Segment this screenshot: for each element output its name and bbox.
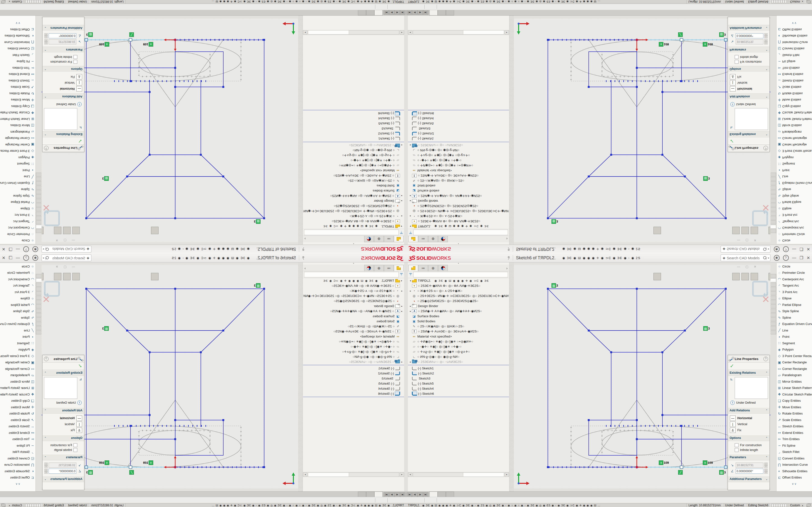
flyout-tool-item[interactable]: ▱ Parallelogram [0, 372, 36, 379]
cancel-sketch-corner-icon[interactable]: ✕ [42, 202, 50, 213]
flyout-tool-item[interactable]: ◜ Tangent Arc [0, 282, 36, 289]
scroll-thumb[interactable] [413, 473, 463, 476]
chevron-up-icon[interactable]: ⌃ [44, 456, 46, 459]
tab-first-button[interactable]: |◀ [406, 10, 412, 15]
relation-button-icon[interactable]: ❘ [730, 80, 735, 86]
tree-row[interactable]: ◑ ○ 2S◉◎2SИ3Є2S○ ◎○ 2S3ЄИ2S◎◉2S○ [303, 298, 404, 303]
relation-badge-slash[interactable]: ╱ [129, 470, 134, 475]
tab-first-button[interactable]: |◀ [400, 492, 406, 497]
flyout-tool-item[interactable]: ◐ Silhouette Entities [776, 33, 812, 39]
flyout-tool-item[interactable]: ╱ Line [776, 327, 812, 334]
search-icon[interactable] [763, 247, 767, 251]
tab-property-manager[interactable]: ≔ [384, 236, 394, 242]
bottom-toolbar-icon[interactable] [375, 5, 375, 9]
relation-badge-3[interactable]: ▨3 [703, 326, 710, 331]
checkbox[interactable] [73, 60, 77, 64]
relation-badge-equal[interactable]: ≡109 [659, 460, 669, 465]
commandmanager-tab[interactable] [770, 199, 776, 203]
flyout-tool-item[interactable]: ◞ Sketch Fillet [0, 449, 36, 455]
flyout-tool-item[interactable]: ◠ Partial Ellipse [0, 301, 36, 308]
flyout-tool-item[interactable]: ◱ Convert Entities [0, 46, 36, 52]
tree-pane-splitter[interactable] [408, 142, 509, 142]
tree-row[interactable]: ▣ Solid Bodies [303, 319, 404, 324]
chevron-up-icon[interactable]: ⌃ [44, 95, 46, 98]
tree-pane-splitter[interactable] [408, 365, 509, 365]
commandmanager-tab[interactable] [36, 190, 42, 194]
menu-item[interactable] [463, 248, 469, 250]
tree-row[interactable]: ▸ ○ 2S3ЄИА∪◦○ ◎○ ◦∪АИ3Є2S○ [303, 143, 404, 148]
expand-arrow[interactable]: ▸ [409, 290, 412, 292]
relations-listbox[interactable] [735, 377, 768, 399]
chevron-up-icon[interactable]: ⌃ [766, 456, 768, 459]
flyout-tool-item[interactable]: ∿ Style Spline [0, 308, 36, 315]
search-icon[interactable] [763, 256, 767, 260]
sketch-row[interactable]: (-) Sketch1 [408, 366, 509, 371]
sketch-row[interactable]: (-) Sketch1 [303, 136, 404, 141]
commandmanager-tab[interactable] [770, 177, 776, 181]
relation-button-icon[interactable]: — [77, 86, 82, 92]
relation-badge-equal[interactable]: ≡109 [99, 42, 109, 47]
tree-row[interactable]: ▱ ○ ✛И◉◎+○ ✳◉[○ ◎○]◉✳ ○+◎◉И✛○ [303, 163, 404, 168]
tab-prev-button[interactable]: ◀ [412, 10, 417, 15]
minimize-button[interactable]: — [792, 247, 796, 251]
commandmanager-tab[interactable] [770, 313, 776, 317]
pin-icon[interactable] [507, 256, 510, 260]
flyout-tool-item[interactable]: ↔ Stretch Entities [0, 77, 36, 84]
tree-row[interactable]: ▸ A ○ 2SИ◉◦✛ А✛◉ИА○ ◎○ АИ◉✛А✛◦◉И2S○ [303, 193, 404, 199]
status-custom-selector[interactable]: Custom▴ [7, 503, 24, 507]
tab-feature-tree[interactable] [408, 236, 418, 242]
flyout-tool-item[interactable]: ↗ Scale Entities [0, 417, 36, 423]
close-button[interactable]: ✕ [807, 256, 810, 261]
menu-item[interactable] [307, 257, 313, 259]
section-existing-relations[interactable]: Existing Relations⌃ [728, 370, 769, 376]
commandmanager-tab[interactable] [36, 225, 42, 229]
commandmanager-tab[interactable] [36, 186, 42, 189]
search-input[interactable] [726, 256, 763, 260]
flyout-tool-item[interactable]: ◠ Partial Ellipse [0, 199, 36, 206]
tree-row[interactable]: ▸ ○ 2S3ЄИА∪◦○ ◎○ ◦∪АИ3Є2S○ [303, 359, 404, 364]
tab-configurations[interactable]: ⊕ [428, 265, 438, 271]
tree-row[interactable]: ▱ ○ ✛И◉◎+○ ✳◉[○ ◎○]◉✳ ○+◎◉И✛○ [408, 163, 509, 168]
menu-item[interactable] [329, 257, 335, 259]
commandmanager-tab[interactable] [770, 291, 776, 295]
commandmanager-tab[interactable] [770, 229, 776, 233]
tree-pane-splitter[interactable] [303, 110, 404, 110]
relation-badge-3[interactable]: ▨3 [719, 32, 726, 37]
sketch-row[interactable]: (-) Sketch6 [408, 391, 509, 396]
commandmanager-tab[interactable] [770, 190, 776, 194]
chevron-down-icon[interactable]: ⌄ [766, 477, 768, 481]
commandmanager-tab[interactable] [36, 203, 42, 207]
expand-arrow[interactable]: ▸ [409, 305, 412, 307]
pin-icon[interactable] [507, 247, 510, 251]
search-dropdown-caret[interactable]: ▾ [767, 248, 769, 250]
flyout-tool-item[interactable]: ◞ Sketch Fillet [776, 52, 812, 58]
section-add-relations[interactable]: Add Relations⌃ [43, 407, 84, 413]
commandmanager-tab[interactable] [770, 318, 776, 321]
flyout-tool-item[interactable]: ○ Circle [776, 263, 812, 270]
flyout-tool-item[interactable]: ⊏ Offset Entities [776, 474, 812, 481]
flyout-tool-item[interactable]: ⋂ Intersection Curve [0, 39, 36, 46]
flyout-tool-item[interactable]: ◌ Perimeter Circle [0, 270, 36, 276]
angle-spinner[interactable]: ▲▼ [764, 33, 767, 38]
tree-horizontal-scrollbar[interactable]: ◂ ▸ [303, 472, 404, 477]
tree-row[interactable]: ▱ ○ ✛И◉◎+○ ✳◉[○ ◎○]◉✳ ○+◎◉И✛○ [303, 339, 404, 344]
flyout-tool-item[interactable]: ○ Ellipse [776, 295, 812, 302]
tree-row[interactable]: ◪ Surface Bodies [303, 314, 404, 319]
menu-item[interactable] [343, 248, 349, 250]
model-tab[interactable] [438, 10, 446, 15]
checkbox[interactable] [735, 55, 739, 59]
tree-row[interactable]: ▸ Design Binder [303, 199, 404, 204]
relation-button-icon[interactable]: ⚓ [730, 428, 735, 433]
chevron-down-icon[interactable]: ⌄ [44, 477, 46, 481]
flyout-tool-item[interactable]: ▭ Corner Rectangle [776, 365, 812, 372]
flyout-tool-item[interactable]: ◠ Centerpoint Arc [776, 225, 812, 231]
sketch-row[interactable]: (-) Sketch5 [303, 381, 404, 386]
relation-badge-equal[interactable]: ≡109 [143, 42, 153, 47]
flyout-tool-item[interactable]: ∿ Style Spline [0, 193, 36, 199]
minimize-button[interactable]: — [16, 256, 20, 260]
tree-row[interactable]: ★ ○ 2S3Є✛◦◉ИΛА Ф○ ◎○ ФА ΛИ◉◦✛3Є2S○ [408, 283, 509, 288]
menu-item[interactable] [492, 248, 498, 250]
flyout-tool-item[interactable]: ◇ 3 Point Center Recta... [776, 148, 812, 155]
model-tab[interactable] [438, 492, 446, 497]
search-icon[interactable] [45, 256, 49, 260]
